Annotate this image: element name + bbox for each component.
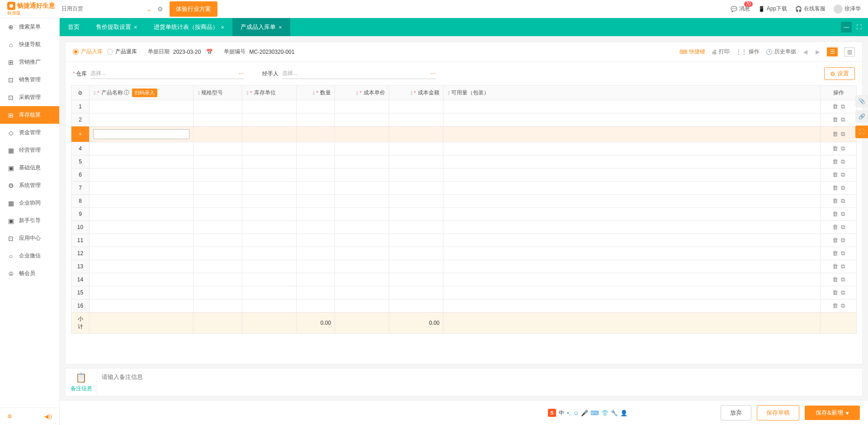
cell-available[interactable] [443,155,821,168]
col-cost-price[interactable]: ▲▼*成本单价 [335,86,389,100]
ime-mic-icon[interactable]: 🎤 [581,410,588,416]
cell-product-name[interactable] [90,299,193,313]
cell-spec[interactable] [193,260,242,273]
cell-available[interactable] [443,113,821,126]
cell-cost-amount[interactable] [389,142,443,155]
cell-quantity[interactable] [296,299,335,313]
cell-quantity[interactable] [296,142,335,155]
sort-icon[interactable]: ▲▼ [410,90,413,96]
cell-cost-price[interactable] [335,221,389,234]
delete-icon[interactable]: 🗑 [832,116,838,123]
delete-icon[interactable]: 🗑 [832,103,838,110]
cell-cost-amount[interactable] [389,155,443,168]
cell-stock-unit[interactable] [242,155,296,168]
cell-cost-amount[interactable] [389,234,443,247]
warehouse-select[interactable]: 选择... ⋯ [90,68,244,79]
radio-product-in[interactable]: 产品入库 [73,48,103,56]
sidebar-item-4[interactable]: ⊡采购管理 [0,89,59,106]
cell-cost-price[interactable] [335,260,389,273]
cell-cost-amount[interactable] [389,208,443,221]
cell-spec[interactable] [193,142,242,155]
sidebar-item-3[interactable]: ⊡销售管理 [0,71,59,89]
copy-icon[interactable]: ⧉ [841,116,845,123]
module-select[interactable]: 日用百货 ⌄ [61,5,152,13]
app-download-button[interactable]: 📱 App下载 [758,5,787,13]
copy-icon[interactable]: ⧉ [841,250,845,257]
tab-0[interactable]: 首页 [60,18,88,36]
online-service-button[interactable]: 🎧 在线客服 [795,5,826,13]
close-icon[interactable]: × [278,24,282,31]
table-row[interactable]: 5🗑⧉ [71,155,857,168]
ime-keyboard-icon[interactable]: ⌨ [590,410,599,416]
delete-icon[interactable]: 🗑 [832,131,838,137]
delete-icon[interactable]: 🗑 [832,171,838,178]
cell-spec[interactable] [193,113,242,126]
sidebar-item-1[interactable]: ⌂快捷导航 [0,36,59,53]
sidebar-item-8[interactable]: ▣基础信息 [0,159,59,177]
copy-icon[interactable]: ⧉ [841,197,845,204]
copy-icon[interactable]: ⧉ [841,263,845,270]
delete-icon[interactable]: 🗑 [832,210,838,217]
sidebar-item-2[interactable]: ⊞营销推广 [0,53,59,71]
table-row[interactable]: 10🗑⧉ [71,221,857,234]
cell-cost-amount[interactable] [389,100,443,113]
cell-product-name[interactable] [90,155,193,168]
table-row[interactable]: 8🗑⧉ [71,195,857,208]
col-stock-unit[interactable]: ▲▼*库存单位 [242,86,296,100]
cell-stock-unit[interactable] [242,247,296,260]
cell-available[interactable] [443,247,821,260]
cell-quantity[interactable] [296,113,335,126]
copy-icon[interactable]: ⧉ [841,210,845,217]
messages-button[interactable]: 💬 消息 70 [731,5,750,13]
cell-quantity[interactable] [296,273,335,286]
cell-quantity[interactable] [296,100,335,113]
cell-cost-price[interactable] [335,126,389,142]
col-settings[interactable]: ⚙ [71,86,90,100]
cell-product-name[interactable] [90,247,193,260]
cell-stock-unit[interactable] [242,208,296,221]
copy-icon[interactable]: ⧉ [841,184,845,191]
sidebar-item-12[interactable]: ⊡应用中心 [0,229,59,247]
cell-stock-unit[interactable] [242,286,296,299]
copy-icon[interactable]: ⧉ [841,224,845,230]
cell-spec[interactable] [193,126,242,142]
copy-icon[interactable]: ⧉ [841,302,845,309]
handler-select[interactable]: 选择... ⋯ [282,68,436,79]
cell-stock-unit[interactable] [242,126,296,142]
col-quantity[interactable]: ▲▼*数量 [296,86,335,100]
cell-cost-amount[interactable] [389,182,443,195]
sort-icon[interactable]: ▲▼ [246,90,249,96]
add-row-icon[interactable]: + [77,131,84,138]
cell-spec[interactable] [193,100,242,113]
cell-cost-amount[interactable] [389,168,443,182]
cell-stock-unit[interactable] [242,221,296,234]
delete-icon[interactable]: 🗑 [832,224,838,230]
view-card-icon[interactable]: ▥ [844,47,855,56]
cell-quantity[interactable] [296,247,335,260]
cell-product-name[interactable] [90,126,193,142]
scan-entry-badge[interactable]: 扫码录入 [132,89,157,97]
cell-stock-unit[interactable] [242,299,296,313]
col-cost-amount[interactable]: ▲▼*成本金额 [389,86,443,100]
sidebar-item-13[interactable]: ○企业微信 [0,247,59,265]
table-row[interactable]: 14🗑⧉ [71,273,857,286]
cell-stock-unit[interactable] [242,142,296,155]
cell-cost-price[interactable] [335,286,389,299]
cell-available[interactable] [443,286,821,299]
cell-stock-unit[interactable] [242,273,296,286]
cell-available[interactable] [443,168,821,182]
delete-icon[interactable]: 🗑 [832,276,838,283]
tab-2[interactable]: 进货单统计表（按商品）× [146,18,233,36]
cell-spec[interactable] [193,221,242,234]
delete-icon[interactable]: 🗑 [832,158,838,165]
delete-icon[interactable]: 🗑 [832,302,838,309]
table-row[interactable]: 6🗑⧉ [71,168,857,182]
more-icon[interactable]: ⋯ [239,70,244,77]
ime-tool-icon[interactable]: 🔧 [611,410,618,416]
cell-product-name[interactable] [90,195,193,208]
print-link[interactable]: 🖨 打印 [712,48,730,56]
cell-cost-price[interactable] [335,234,389,247]
sidebar-item-14[interactable]: ♔畅会员 [0,265,59,282]
save-draft-button[interactable]: 保存草稿 [757,405,799,420]
shortcut-link[interactable]: ⌨ 快捷键 [679,48,705,56]
